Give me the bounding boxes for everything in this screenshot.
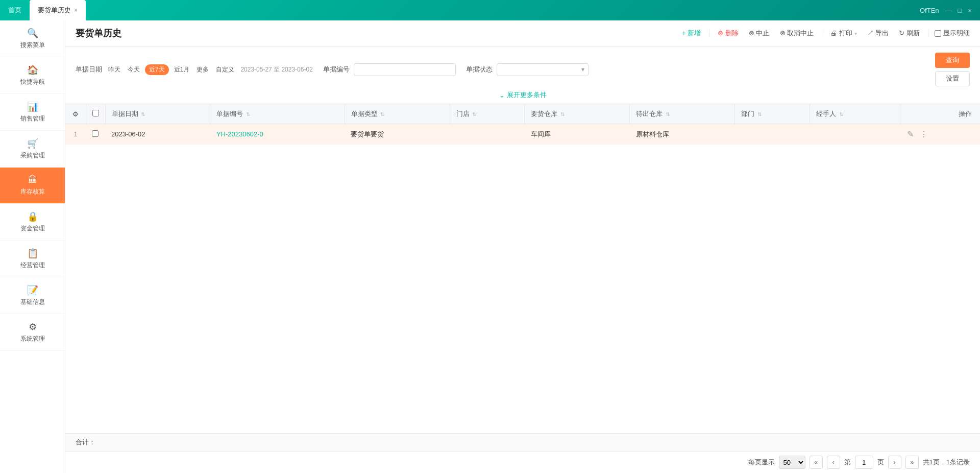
sidebar-item-sales[interactable]: 📊 销售管理 — [0, 94, 65, 131]
tab-close-icon[interactable]: × — [74, 7, 78, 14]
sidebar-item-quick-nav[interactable]: 🏠 快捷导航 — [0, 57, 65, 94]
date-shortcut-yesterday[interactable]: 昨天 — [106, 64, 122, 75]
status-label: 单据状态 — [466, 65, 493, 74]
col-pending-warehouse[interactable]: 待出仓库 ⇅ — [630, 104, 735, 124]
tab-order-history[interactable]: 要货单历史 × — [30, 0, 86, 20]
filter-actions: 查询 设置 — [935, 53, 970, 86]
sort-store-icon: ⇅ — [472, 111, 476, 117]
print-button-label: 🖨 打印 — [830, 29, 852, 38]
row-more-icon[interactable]: ⋮ — [919, 128, 929, 140]
doc-num-filter-group: 单据编号 — [323, 63, 456, 76]
col-doc-num[interactable]: 单据编号 ⇅ — [210, 104, 345, 124]
sidebar-item-inventory-label: 库存核算 — [20, 187, 45, 196]
row-checkbox[interactable] — [92, 130, 99, 137]
next-page-button[interactable]: › — [888, 456, 901, 469]
row-doc-type: 要货单要货 — [345, 124, 450, 145]
cancel-stop-button[interactable]: ⊗ 取消中止 — [778, 27, 816, 40]
date-shortcut-7days[interactable]: 近7天 — [145, 64, 169, 75]
refresh-button[interactable]: ↻ 刷新 — [897, 27, 922, 40]
col-dept[interactable]: 部门 ⇅ — [735, 104, 810, 124]
row-store — [450, 124, 525, 145]
col-gear[interactable]: ⚙ — [65, 104, 86, 124]
window-minimize-icon[interactable]: — — [945, 7, 952, 14]
row-operations: ✎ ⋮ — [900, 124, 980, 145]
sidebar-item-operations[interactable]: 📋 经营管理 — [0, 241, 65, 277]
col-doc-date[interactable]: 单据日期 ⇅ — [105, 104, 210, 124]
sidebar-item-system-label: 系统管理 — [20, 335, 45, 343]
status-select[interactable] — [497, 63, 589, 76]
date-shortcut-1month[interactable]: 近1月 — [172, 64, 192, 75]
expand-more-button[interactable]: ⌄ 展开更多条件 — [76, 90, 970, 100]
doc-num-input[interactable] — [354, 63, 456, 76]
finance-icon: 🔒 — [27, 211, 38, 222]
sidebar-item-finance[interactable]: 🔒 资金管理 — [0, 204, 65, 241]
show-detail-checkbox-wrapper[interactable]: 显示明细 — [935, 29, 970, 38]
table-area: ⚙ 单据日期 ⇅ 单据编号 ⇅ — [65, 104, 980, 433]
tab-home[interactable]: 首页 — [0, 0, 30, 20]
query-button[interactable]: 查询 — [935, 53, 970, 68]
cancel-stop-button-label: ⊗ 取消中止 — [780, 29, 814, 38]
toolbar-divider-2 — [822, 29, 822, 37]
system-icon: ⚙ — [29, 321, 37, 333]
col-doc-type[interactable]: 单据类型 ⇅ — [345, 104, 450, 124]
sidebar-item-quick-nav-label: 快捷导航 — [20, 78, 45, 86]
sort-doc-num-icon: ⇅ — [246, 111, 250, 117]
sidebar-item-search-menu[interactable]: 🔍 搜索菜单 — [0, 20, 65, 57]
doc-num-label: 单据编号 — [323, 65, 350, 74]
search-menu-icon: 🔍 — [27, 28, 38, 39]
page-input[interactable] — [855, 456, 873, 469]
page-header: 要货单历史 + 新增 ⊗ 删除 ⊗ 中止 ⊗ 取消中止 🖨 打印 — [65, 20, 980, 46]
filter-row: 单据日期 昨天 今天 近7天 近1月 更多 自定义 2023-05-27 至 2… — [76, 53, 970, 86]
sidebar-item-system[interactable]: ⚙ 系统管理 — [0, 314, 65, 351]
sidebar-item-finance-label: 资金管理 — [20, 224, 45, 233]
sidebar-item-basic-info[interactable]: 📝 基础信息 — [0, 277, 65, 314]
prev-page-button[interactable]: ‹ — [827, 456, 840, 469]
filter-bar: 单据日期 昨天 今天 近7天 近1月 更多 自定义 2023-05-27 至 2… — [65, 46, 980, 104]
page-suffix: 页 — [877, 458, 884, 467]
print-button[interactable]: 🖨 打印 ▾ — [828, 27, 859, 40]
sort-req-warehouse-icon: ⇅ — [560, 111, 565, 117]
sort-doc-type-icon: ⇅ — [380, 111, 384, 117]
show-detail-checkbox[interactable] — [935, 30, 941, 37]
col-checkbox[interactable] — [86, 104, 105, 124]
doc-num-link[interactable]: YH-20230602-0 — [216, 130, 263, 138]
page-label: 第 — [844, 458, 851, 467]
row-edit-icon[interactable]: ✎ — [906, 128, 915, 140]
row-checkbox-cell[interactable] — [86, 124, 105, 145]
last-page-button[interactable]: » — [905, 456, 919, 469]
sum-label: 合计： — [76, 438, 95, 446]
first-page-button[interactable]: « — [810, 456, 823, 469]
stop-button[interactable]: ⊗ 中止 — [747, 27, 772, 40]
date-shortcut-today[interactable]: 今天 — [126, 64, 142, 75]
expand-more-label: 展开更多条件 — [507, 90, 547, 100]
export-button[interactable]: ↗ 导出 — [865, 27, 891, 40]
total-info: 共1页，1条记录 — [923, 458, 970, 467]
col-store[interactable]: 门店 ⇅ — [450, 104, 525, 124]
date-shortcut-more[interactable]: 更多 — [194, 64, 211, 75]
select-all-checkbox[interactable] — [92, 110, 99, 116]
delete-button[interactable]: ⊗ 删除 — [716, 27, 741, 40]
print-dropdown-icon: ▾ — [854, 31, 857, 36]
sidebar-item-purchase[interactable]: 🛒 采购管理 — [0, 131, 65, 168]
data-table: ⚙ 单据日期 ⇅ 单据编号 ⇅ — [65, 104, 980, 145]
settings-button[interactable]: 设置 — [935, 71, 970, 86]
col-handler[interactable]: 经手人 ⇅ — [810, 104, 900, 124]
content-area: 要货单历史 + 新增 ⊗ 删除 ⊗ 中止 ⊗ 取消中止 🖨 打印 — [65, 20, 980, 473]
date-shortcut-custom[interactable]: 自定义 — [214, 64, 236, 75]
row-handler — [810, 124, 900, 145]
sidebar-item-inventory[interactable]: 🏛 库存核算 — [0, 168, 65, 204]
window-close-icon[interactable]: × — [968, 7, 972, 14]
per-page-select[interactable]: 50 10 20 100 — [779, 456, 805, 469]
page-title: 要货单历史 — [76, 27, 121, 39]
row-dept — [735, 124, 810, 145]
sidebar-item-operations-label: 经营管理 — [20, 261, 45, 270]
new-button[interactable]: + 新增 — [680, 27, 703, 40]
status-filter-group: 单据状态 — [466, 63, 589, 76]
top-bar-right: OfTEn — □ × — [920, 7, 980, 14]
col-req-warehouse[interactable]: 要货仓库 ⇅ — [525, 104, 630, 124]
tab-home-label: 首页 — [8, 6, 21, 15]
date-shortcuts: 昨天 今天 近7天 近1月 更多 自定义 — [106, 64, 236, 75]
row-doc-num[interactable]: YH-20230602-0 — [210, 124, 345, 145]
table-row[interactable]: 1 2023-06-02 YH-20230602-0 要货单要货 车间库 原材料… — [65, 124, 980, 145]
window-restore-icon[interactable]: □ — [958, 7, 962, 14]
